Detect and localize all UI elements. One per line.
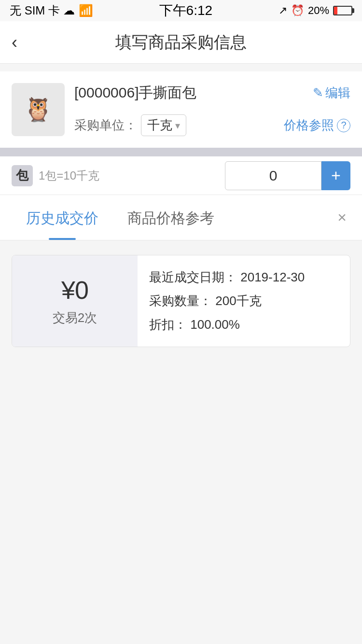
product-row: 🦉 [0000006]手撕面包 ✎ 编辑 采购单位： 千克 ▾ bbox=[12, 83, 350, 136]
product-details: [0000006]手撕面包 ✎ 编辑 采购单位： 千克 ▾ 价格参照 ? bbox=[74, 83, 350, 136]
recent-date-label: 最近成交日期： bbox=[149, 270, 237, 284]
purchase-qty-value: 200千克 bbox=[215, 294, 261, 308]
unit-label: 采购单位： bbox=[74, 117, 137, 134]
price-right-panel: 最近成交日期： 2019-12-30 采购数量： 200千克 折扣： 100.0… bbox=[138, 255, 350, 347]
status-bar: 无 SIM 卡 ☁ 📶 下午6:12 ↗ ⏰ 20% bbox=[0, 0, 362, 21]
price-card: ¥0 交易2次 最近成交日期： 2019-12-30 采购数量： 200千克 折… bbox=[12, 255, 350, 347]
recent-date-line: 最近成交日期： 2019-12-30 bbox=[149, 269, 338, 286]
product-name-row: [0000006]手撕面包 ✎ 编辑 bbox=[74, 83, 350, 103]
quantity-plus-button[interactable]: + bbox=[321, 161, 350, 190]
help-icon: ? bbox=[337, 119, 350, 132]
alarm-icon: ⏰ bbox=[291, 4, 304, 17]
status-left: 无 SIM 卡 ☁ 📶 bbox=[10, 3, 93, 18]
tab-product-price-ref[interactable]: 商品价格参考 bbox=[113, 195, 229, 240]
unit-row: 采购单位： 千克 ▾ 价格参照 ? bbox=[74, 114, 350, 136]
main-background bbox=[0, 362, 362, 644]
quantity-input-area: + bbox=[225, 161, 350, 190]
section-divider bbox=[0, 148, 362, 156]
product-card: 🦉 [0000006]手撕面包 ✎ 编辑 采购单位： 千克 ▾ bbox=[0, 71, 362, 148]
location-icon: ↗ bbox=[278, 4, 287, 17]
price-ref-button[interactable]: 价格参照 ? bbox=[284, 117, 350, 134]
quantity-conversion: 1包=10千克 bbox=[39, 168, 99, 183]
tab-close-button[interactable]: × bbox=[334, 205, 350, 230]
quantity-unit-box: 包 bbox=[12, 165, 33, 186]
battery-icon bbox=[333, 6, 352, 15]
unit-dropdown-arrow: ▾ bbox=[175, 120, 180, 131]
status-right: ↗ ⏰ 20% bbox=[278, 4, 352, 17]
product-name: [0000006]手撕面包 bbox=[74, 83, 196, 103]
unit-value: 千克 bbox=[147, 117, 172, 134]
edit-label: 编辑 bbox=[325, 84, 350, 101]
price-amount: ¥0 bbox=[61, 276, 88, 305]
tab-panel: 历史成交价 商品价格参考 × ¥0 交易2次 最近成交日期： 2019-12-3… bbox=[0, 195, 362, 362]
recent-date-value: 2019-12-30 bbox=[240, 270, 305, 284]
purchase-qty-label: 采购数量： bbox=[149, 294, 212, 308]
purchase-qty-line: 采购数量： 200千克 bbox=[149, 293, 338, 309]
status-time: 下午6:12 bbox=[159, 1, 213, 20]
page-title: 填写商品采购信息 bbox=[115, 31, 247, 54]
edit-icon: ✎ bbox=[313, 85, 323, 100]
tab-content-history: ¥0 交易2次 最近成交日期： 2019-12-30 采购数量： 200千克 折… bbox=[0, 240, 362, 362]
wifi-icon: 📶 bbox=[79, 4, 93, 17]
tab-history-price[interactable]: 历史成交价 bbox=[12, 195, 113, 240]
discount-label: 折扣： bbox=[149, 317, 187, 332]
price-left-panel: ¥0 交易2次 bbox=[12, 255, 138, 347]
tabs: 历史成交价 商品价格参考 bbox=[12, 195, 229, 240]
quantity-row: 包 1包=10千克 + bbox=[0, 156, 362, 195]
quantity-label-group: 包 1包=10千克 bbox=[12, 165, 99, 186]
edit-button[interactable]: ✎ 编辑 bbox=[313, 84, 350, 101]
battery-text: 20% bbox=[308, 4, 329, 17]
price-trade-count: 交易2次 bbox=[53, 309, 97, 326]
discount-line: 折扣： 100.00% bbox=[149, 316, 338, 333]
quantity-input[interactable] bbox=[225, 161, 321, 190]
price-ref-label: 价格参照 bbox=[284, 117, 334, 134]
sim-status: 无 SIM 卡 ☁ bbox=[10, 3, 75, 18]
tab-header: 历史成交价 商品价格参考 × bbox=[0, 195, 362, 240]
nav-bar: ‹ 填写商品采购信息 bbox=[0, 21, 362, 64]
unit-select[interactable]: 千克 ▾ bbox=[141, 114, 186, 136]
product-logo-icon: 🦉 bbox=[24, 96, 53, 123]
discount-value: 100.00% bbox=[190, 317, 240, 332]
back-button[interactable]: ‹ bbox=[12, 32, 17, 53]
product-thumbnail: 🦉 bbox=[12, 83, 65, 136]
